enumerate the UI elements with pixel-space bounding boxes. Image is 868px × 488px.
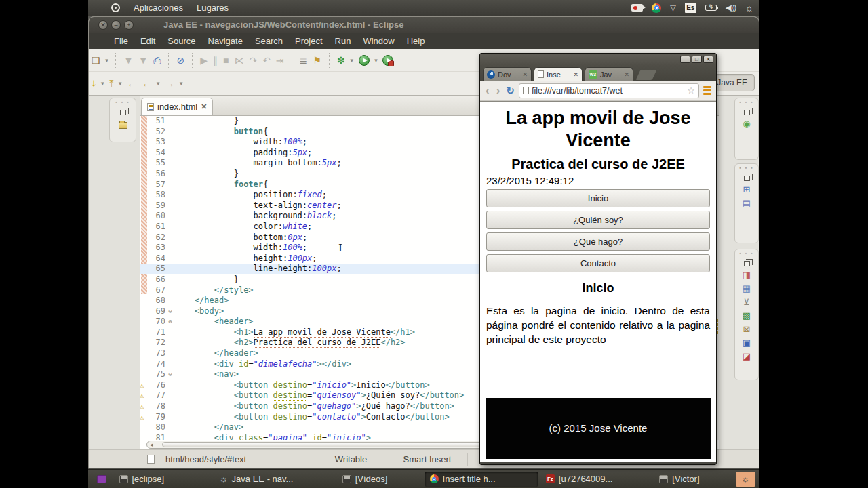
console-view-icon[interactable]: ▣ — [743, 338, 751, 348]
menu-run[interactable]: Run — [329, 36, 357, 46]
skip-breakpoints-icon[interactable]: ⊘ — [176, 55, 184, 66]
fold-marker-icon[interactable]: ⊖ — [165, 317, 175, 327]
menu-edit[interactable]: Edit — [134, 36, 161, 46]
menu-project[interactable]: Project — [289, 36, 328, 46]
menu-navigate[interactable]: Navigate — [202, 36, 249, 46]
save-all-icon[interactable]: ▼ — [138, 55, 148, 66]
error-log-view-icon[interactable]: ◪ — [743, 352, 751, 361]
close-tab-icon[interactable]: ✕ — [573, 71, 578, 78]
new-tab-button[interactable] — [636, 70, 657, 80]
browser-menu-icon[interactable] — [702, 86, 713, 95]
url-text[interactable]: file:///var/lib/tomcat7/wet — [532, 86, 623, 96]
session-gear-icon[interactable]: ☼ — [745, 2, 754, 14]
page-nav-button[interactable]: ¿Qué hago? — [486, 232, 710, 251]
forward-button[interactable]: › — [494, 82, 502, 100]
forward-icon[interactable]: → — [165, 78, 174, 89]
disconnect-icon[interactable]: ⋉ — [234, 55, 243, 66]
warning-icon[interactable]: ⚠ — [140, 402, 144, 411]
dropdown-arrow-icon[interactable]: ▼ — [117, 81, 123, 87]
minimize-window-button[interactable]: – — [111, 20, 121, 30]
warning-icon[interactable]: ⚠ — [140, 413, 144, 422]
close-window-button[interactable]: ✕ — [98, 20, 108, 30]
bookmark-star-icon[interactable]: ☆ — [687, 85, 695, 96]
menu-aplicaciones[interactable]: Aplicaciones — [127, 0, 190, 16]
servers-state-icon[interactable]: ⊻ — [743, 298, 750, 307]
browser-titlebar[interactable]: — □ ✕ — [480, 54, 716, 65]
snippets-view-icon[interactable]: ▩ — [743, 311, 751, 321]
browser-tab[interactable]: w3Jav✕ — [585, 67, 633, 81]
back-icon[interactable]: ← — [142, 78, 151, 89]
taskbar-item-insert-title-h[interactable]: Insert title h... — [425, 472, 538, 487]
new-wizard-icon[interactable]: ❏ — [92, 55, 100, 66]
taskbar-item-v-deos[interactable]: [Vídeos] — [338, 472, 422, 487]
scroll-left-arrow-icon[interactable]: ◂ — [150, 441, 153, 448]
drag-handle[interactable]: ▪ ▪ ▪ — [739, 251, 753, 256]
reload-button[interactable]: ↻ — [505, 85, 516, 97]
back-history-icon[interactable]: ← — [127, 78, 136, 89]
project-explorer-folder-icon[interactable] — [119, 122, 127, 129]
menu-window[interactable]: Window — [357, 36, 400, 46]
menu-lugares[interactable]: Lugares — [190, 0, 235, 16]
save-icon[interactable]: ▼ — [123, 55, 133, 66]
browser-close-button[interactable]: ✕ — [703, 56, 713, 63]
network-icon[interactable]: ▽ — [670, 3, 675, 12]
properties-view-icon[interactable]: ▦ — [743, 284, 751, 293]
taskbar-item-eclipse[interactable]: [eclipse] — [115, 472, 212, 487]
screen-recorder-icon[interactable] — [631, 4, 643, 12]
chrome-tray-icon[interactable] — [652, 3, 661, 13]
terminate-icon[interactable]: ■ — [223, 55, 229, 66]
close-tab-icon[interactable]: ✕ — [522, 71, 528, 78]
dropdown-arrow-icon[interactable]: ▼ — [349, 58, 355, 64]
menu-source[interactable]: Source — [161, 36, 201, 46]
editor-tab-index-html[interactable]: index.html ✕ — [141, 98, 213, 115]
maximize-window-button[interactable]: + — [124, 20, 134, 30]
menu-file[interactable]: File — [108, 36, 134, 46]
close-tab-icon[interactable]: ✕ — [201, 102, 207, 111]
outline-view-icon[interactable]: ⊞ — [743, 185, 751, 195]
run-icon[interactable] — [359, 55, 370, 66]
browser-tab[interactable]: Inse✕ — [534, 67, 583, 81]
browser-maximize-button[interactable]: □ — [692, 56, 702, 63]
eclipse-titlebar[interactable]: ✕ – + Java EE - navegacionJS/WebContent/… — [89, 17, 759, 33]
restore-view-icon[interactable] — [744, 110, 750, 115]
taskbar-item[interactable]: ☼ — [736, 472, 755, 487]
validate-icon[interactable]: ⚑ — [313, 55, 321, 66]
step-return-icon[interactable]: ⇥ — [276, 55, 284, 66]
page-nav-button[interactable]: Inicio — [486, 189, 710, 207]
fold-marker-icon[interactable]: ⊖ — [165, 369, 175, 380]
dropdown-arrow-icon[interactable]: ▼ — [374, 58, 379, 64]
fold-marker-icon[interactable]: ⊖ — [165, 306, 175, 317]
resume-icon[interactable]: ▶ — [200, 55, 208, 66]
mark-occurrences-icon[interactable]: ≣ — [300, 55, 308, 66]
run-last-icon[interactable] — [382, 55, 393, 66]
debug-icon[interactable]: ❇ — [337, 55, 345, 66]
restore-view-icon[interactable] — [120, 110, 126, 115]
restore-view-icon[interactable] — [744, 176, 750, 181]
data-source-view-icon[interactable]: ⊠ — [743, 325, 751, 334]
page-nav-button[interactable]: ¿Quién soy? — [486, 211, 710, 229]
battery-icon[interactable] — [705, 5, 717, 11]
markers-view-icon[interactable]: ◨ — [743, 270, 751, 280]
task-list-view-icon[interactable]: ▤ — [743, 199, 751, 208]
dropdown-arrow-icon[interactable]: ▼ — [100, 81, 105, 87]
restore-view-icon[interactable] — [744, 261, 750, 266]
dropdown-arrow-icon[interactable]: ▼ — [155, 81, 161, 87]
drag-handle[interactable]: ▪ ▪ ▪ — [739, 166, 753, 170]
dropdown-arrow-icon[interactable]: ▼ — [178, 81, 184, 87]
taskbar-item[interactable] — [92, 472, 111, 487]
taskbar-item-u72764009[interactable]: Fz[u72764009... — [541, 472, 651, 487]
drag-handle[interactable]: ▪ ▪ ▪ — [739, 100, 753, 104]
browser-tab[interactable]: Dov✕ — [483, 67, 532, 81]
browser-minimize-button[interactable]: — — [680, 56, 690, 63]
page-nav-button[interactable]: Contacto — [486, 254, 710, 272]
volume-icon[interactable]: ◀))) — [726, 3, 736, 12]
taskbar-item-java-ee-nav[interactable]: ☼Java EE - nav... — [215, 472, 334, 487]
step-into-icon[interactable]: ↷ — [249, 55, 257, 66]
warning-icon[interactable]: ⚠ — [140, 381, 144, 390]
next-annotation-icon[interactable]: ⤒ — [109, 78, 113, 89]
menu-search[interactable]: Search — [249, 36, 289, 46]
suspend-icon[interactable]: ∥ — [213, 55, 218, 66]
drag-handle[interactable]: ▪ ▪ ▪ — [115, 100, 130, 104]
dropdown-arrow-icon[interactable]: ▼ — [104, 58, 110, 64]
keyboard-layout-indicator[interactable]: Es — [685, 3, 696, 13]
